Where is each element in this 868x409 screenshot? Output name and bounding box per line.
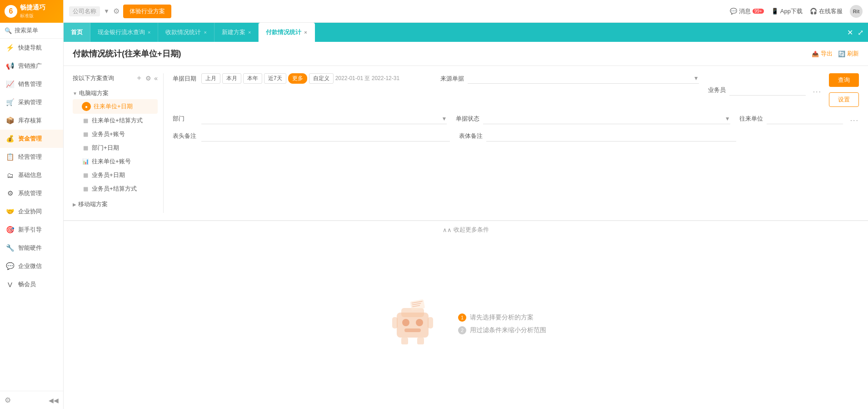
sidebar-item-purchase[interactable]: 🛒 采购管理 [0, 93, 63, 111]
sidebar-item-enterprise[interactable]: 🤝 企业协同 [0, 202, 63, 221]
notification-btn[interactable]: 💬 消息 99+ [730, 7, 764, 15]
online-service-btn[interactable]: 🎧 在线客服 [810, 7, 843, 15]
svg-rect-4 [404, 328, 421, 332]
tab-home[interactable]: 首页 [64, 23, 90, 42]
scheme-group-mobile-header[interactable]: ▶ 移动端方案 [73, 198, 158, 210]
dept-arrow: ▼ [441, 116, 447, 122]
app-version: 标准版 [20, 13, 45, 19]
scheme-group-desktop-header[interactable]: ▼ 电脑端方案 [73, 87, 158, 99]
date-btn-this-year[interactable]: 本年 [243, 73, 262, 84]
tab-receipts[interactable]: 收款情况统计 × [158, 23, 214, 42]
scheme-group-arrow: ▼ [73, 91, 77, 96]
sidebar-item-purchase-label: 采购管理 [18, 98, 42, 106]
settings-btn[interactable]: 设置 [829, 92, 859, 107]
tab-bank-flow-close[interactable]: × [148, 30, 150, 35]
tab-new-scheme-close[interactable]: × [248, 30, 251, 35]
date-btn-last-month[interactable]: 上月 [201, 73, 220, 84]
refresh-btn[interactable]: 🔄 刷新 [838, 50, 859, 58]
dept-select[interactable]: ▼ [201, 114, 447, 124]
sidebar-item-marketing[interactable]: 📢 营销推广 [0, 57, 63, 75]
page-content: 付款情况统计(往来单位+日期) 📤 导出 🔄 刷新 [64, 42, 868, 409]
tab-payment-stats[interactable]: 付款情况统计 × [259, 23, 314, 42]
app-download-btn[interactable]: 📱 App下载 [771, 7, 803, 15]
related-unit-input[interactable] [767, 113, 843, 124]
sidebar-collapse-icon[interactable]: ◀◀ [49, 397, 59, 404]
scheme-collapse-icon[interactable]: « [154, 75, 158, 82]
sidebar-item-system[interactable]: ⚙ 系统管理 [0, 184, 63, 202]
sidebar-item-sales[interactable]: 📈 销售管理 [0, 75, 63, 93]
topbar-left: 公司名称 ▼ ⚙ 体验行业方案 [69, 5, 171, 18]
scheme-item-unit-settlement[interactable]: ▦ 往来单位+结算方式 [73, 114, 158, 127]
topbar-gear-icon[interactable]: ⚙ [113, 7, 120, 15]
scheme-item-icon5: ▦ [82, 172, 89, 179]
staff-input[interactable] [729, 85, 806, 96]
export-btn[interactable]: 📤 导出 [812, 50, 833, 58]
empty-robot-icon [385, 297, 440, 351]
source-voucher-field: 来源单据 ▼ [440, 73, 699, 84]
voucher-date-label: 单据日期 [173, 75, 198, 83]
related-unit-dots[interactable]: ... [850, 115, 859, 123]
topbar-dropdown-icon[interactable]: ▼ [104, 8, 110, 15]
sidebar-item-operations[interactable]: 📋 经营管理 [0, 148, 63, 166]
sidebar-nav: ⚡ 快捷导航 📢 营销推广 📈 销售管理 🛒 采购管理 📦 库存核算 💰 [0, 39, 63, 391]
scheme-item-staff-account[interactable]: ▦ 业务员+账号 [73, 127, 158, 141]
svg-rect-8 [417, 338, 424, 344]
topbar-right: 💬 消息 99+ 📱 App下载 🎧 在线客服 Rit [730, 5, 863, 18]
voucher-status-select[interactable]: ▼ [483, 114, 730, 124]
table-header-note-input[interactable] [201, 131, 450, 141]
date-btn-custom[interactable]: 自定义 [309, 73, 334, 84]
avatar[interactable]: Rit [850, 5, 863, 18]
table-body-note-input[interactable] [486, 131, 736, 141]
scheme-item-staff-settlement[interactable]: ▦ 业务员+结算方式 [73, 182, 158, 196]
scheme-item-staff-date[interactable]: ▦ 业务员+日期 [73, 168, 158, 182]
collapse-more-btn[interactable]: ∧∧ 收起更多条件 [443, 226, 489, 234]
notification-label: 消息 [739, 7, 751, 15]
sidebar-item-funds[interactable]: 💰 资金管理 [0, 130, 63, 148]
scheme-item-icon: ▦ [82, 117, 89, 124]
scheme-item-unit-account[interactable]: 📊 往来单位+账号 [73, 155, 158, 168]
sidebar-item-guide[interactable]: 🎯 新手引导 [0, 221, 63, 239]
tab-new-scheme[interactable]: 新建方案 × [215, 23, 259, 42]
company-name[interactable]: 公司名称 [69, 6, 100, 16]
sidebar-item-inventory[interactable]: 📦 库存核算 [0, 111, 63, 130]
try-industry-btn[interactable]: 体验行业方案 [123, 5, 171, 18]
tab-receipts-close[interactable]: × [204, 30, 206, 35]
collapse-more-label: 收起更多条件 [454, 226, 489, 234]
sidebar-item-member[interactable]: V 畅会员 [0, 275, 63, 293]
sidebar-settings-icon[interactable]: ⚙ [5, 396, 11, 404]
sidebar-item-wechat[interactable]: 💬 企业微信 [0, 257, 63, 275]
sidebar-item-basic-info[interactable]: 🗂 基础信息 [0, 166, 63, 184]
tab-close-all-icon[interactable]: ✕ [847, 28, 853, 37]
scheme-item-unit-settlement-label: 往来单位+结算方式 [92, 116, 143, 125]
tab-new-scheme-label: 新建方案 [222, 28, 245, 36]
search-menu[interactable]: 🔍 搜索菜单 [0, 23, 63, 39]
scheme-item-dept-date[interactable]: ▦ 部门+日期 [73, 141, 158, 155]
sidebar-item-hardware[interactable]: 🔧 智能硬件 [0, 239, 63, 257]
scheme-item-unit-date[interactable]: ● 往来单位+日期 [73, 99, 158, 114]
tab-payment-stats-close[interactable]: × [304, 30, 307, 35]
date-btn-last-7days[interactable]: 近7天 [264, 73, 286, 84]
voucher-status-field: 单据状态 ▼ [456, 114, 730, 124]
sidebar-item-quick-nav[interactable]: ⚡ 快捷导航 [0, 39, 63, 57]
staff-dots[interactable]: ... [813, 86, 822, 94]
scheme-item-unit-account-label: 往来单位+账号 [92, 157, 131, 166]
table-body-note-field: 表体备注 [459, 131, 736, 141]
date-btn-this-month[interactable]: 本月 [222, 73, 241, 84]
tab-bank-flow[interactable]: 现金银行流水查询 × [90, 23, 158, 42]
system-icon: ⚙ [5, 189, 15, 198]
scheme-add-icon[interactable]: ＋ [135, 73, 143, 83]
svg-rect-6 [428, 317, 433, 328]
collapse-up-icon: ∧∧ [443, 227, 452, 233]
sidebar-item-system-label: 系统管理 [18, 189, 42, 197]
tab-expand-icon[interactable]: ⤢ [858, 28, 863, 37]
source-voucher-select[interactable]: ▼ [468, 73, 699, 84]
query-btn[interactable]: 查询 [829, 73, 859, 87]
source-voucher-label: 来源单据 [440, 75, 464, 83]
date-btn-more[interactable]: 更多 [288, 73, 307, 84]
sidebar-item-basic-info-label: 基础信息 [18, 171, 42, 179]
scheme-settings-icon[interactable]: ⚙ [145, 75, 151, 82]
page-header-actions: 📤 导出 🔄 刷新 [812, 50, 859, 58]
sidebar-item-enterprise-label: 企业协同 [18, 207, 42, 216]
refresh-label: 刷新 [847, 50, 859, 58]
svg-rect-5 [392, 317, 398, 328]
